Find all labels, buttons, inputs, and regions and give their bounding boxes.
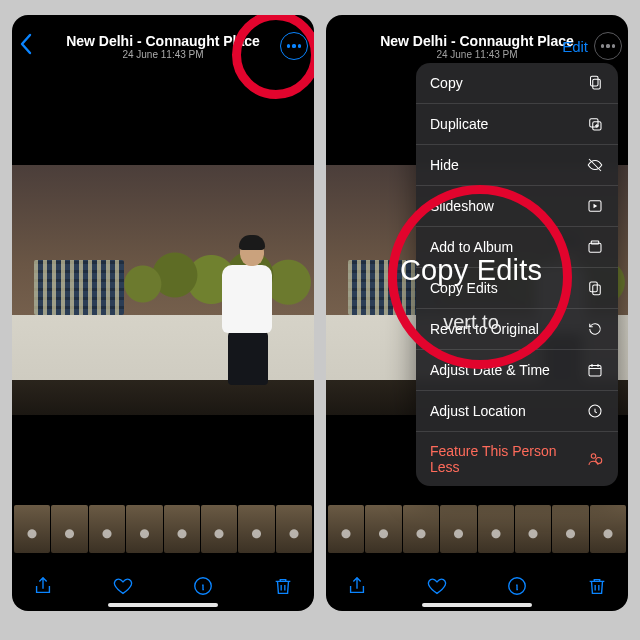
menu-item-label: Copy xyxy=(430,75,463,91)
annotation-zoom-text-secondary: vert to xyxy=(443,311,499,334)
ellipsis-icon xyxy=(287,44,301,47)
photo-content xyxy=(212,220,282,385)
location-icon xyxy=(586,402,604,420)
thumbnail[interactable] xyxy=(478,505,514,553)
heart-icon xyxy=(112,575,134,597)
menu-item-hide[interactable]: Hide xyxy=(416,145,618,186)
thumbnail[interactable] xyxy=(89,505,125,553)
trash-icon xyxy=(586,575,608,597)
person-less-icon xyxy=(586,450,604,468)
edit-button[interactable]: Edit xyxy=(562,38,588,55)
copy-icon xyxy=(586,74,604,92)
nav-title: New Delhi - Connaught Place 24 June 11:4… xyxy=(66,33,260,61)
info-icon xyxy=(506,575,528,597)
more-button[interactable] xyxy=(594,32,622,60)
thumbnail[interactable] xyxy=(51,505,87,553)
svg-rect-8 xyxy=(591,241,599,244)
back-button[interactable] xyxy=(18,33,36,55)
thumbnail[interactable] xyxy=(164,505,200,553)
menu-item-adjust-location[interactable]: Adjust Location xyxy=(416,391,618,432)
calendar-icon xyxy=(586,361,604,379)
svg-point-14 xyxy=(596,458,602,464)
info-button[interactable] xyxy=(506,575,528,597)
device-notch xyxy=(418,15,536,35)
photo-viewer[interactable] xyxy=(12,165,314,415)
nav-title: New Delhi - Connaught Place 24 June 11:4… xyxy=(380,33,574,61)
thumbnail[interactable] xyxy=(126,505,162,553)
thumbnail[interactable] xyxy=(276,505,312,553)
thumbnail[interactable] xyxy=(14,505,50,553)
revert-icon xyxy=(586,320,604,338)
menu-item-copy[interactable]: Copy xyxy=(416,63,618,104)
svg-point-13 xyxy=(591,454,596,459)
menu-item-label: Adjust Date & Time xyxy=(430,362,550,378)
thumbnail[interactable] xyxy=(238,505,274,553)
svg-rect-3 xyxy=(593,79,601,89)
favorite-button[interactable] xyxy=(112,575,134,597)
ellipsis-icon xyxy=(601,44,615,47)
svg-rect-10 xyxy=(593,285,601,295)
thumbnail-strip[interactable] xyxy=(12,505,314,553)
slideshow-icon xyxy=(586,197,604,215)
menu-item-label: Hide xyxy=(430,157,459,173)
nav-title-text: New Delhi - Connaught Place xyxy=(380,33,574,49)
nav-subtitle-text: 24 June 11:43 PM xyxy=(436,49,517,61)
menu-item-label: Adjust Location xyxy=(430,403,526,419)
share-button[interactable] xyxy=(32,575,54,597)
annotation-zoom: Copy Edits vert to xyxy=(398,200,544,340)
svg-rect-9 xyxy=(590,282,598,292)
delete-button[interactable] xyxy=(272,575,294,597)
menu-item-label: Duplicate xyxy=(430,116,488,132)
svg-rect-2 xyxy=(591,76,599,86)
annotation-zoom-text: Copy Edits xyxy=(400,254,542,287)
share-icon xyxy=(346,575,368,597)
thumbnail[interactable] xyxy=(403,505,439,553)
phone-screenshot-left: New Delhi - Connaught Place 24 June 11:4… xyxy=(12,15,314,611)
nav-subtitle-text: 24 June 11:43 PM xyxy=(122,49,203,61)
menu-item-label: Feature This Person Less xyxy=(430,443,586,475)
share-button[interactable] xyxy=(346,575,368,597)
duplicate-icon xyxy=(586,115,604,133)
svg-rect-7 xyxy=(589,243,601,252)
thumbnail[interactable] xyxy=(590,505,626,553)
album-icon xyxy=(586,238,604,256)
device-notch xyxy=(104,15,222,35)
thumbnail-strip[interactable] xyxy=(326,505,628,553)
home-indicator[interactable] xyxy=(108,603,218,607)
favorite-button[interactable] xyxy=(426,575,448,597)
photo-content xyxy=(12,380,314,415)
more-button[interactable] xyxy=(280,32,308,60)
svg-rect-11 xyxy=(589,366,601,377)
menu-item-adjust-date[interactable]: Adjust Date & Time xyxy=(416,350,618,391)
thumbnail[interactable] xyxy=(440,505,476,553)
nav-title-text: New Delhi - Connaught Place xyxy=(66,33,260,49)
menu-item-duplicate[interactable]: Duplicate xyxy=(416,104,618,145)
heart-icon xyxy=(426,575,448,597)
delete-button[interactable] xyxy=(586,575,608,597)
phone-screenshot-right: New Delhi - Connaught Place 24 June 11:4… xyxy=(326,15,628,611)
menu-item-feature-less[interactable]: Feature This Person Less xyxy=(416,432,618,486)
home-indicator[interactable] xyxy=(422,603,532,607)
info-button[interactable] xyxy=(192,575,214,597)
share-icon xyxy=(32,575,54,597)
thumbnail[interactable] xyxy=(365,505,401,553)
trash-icon xyxy=(272,575,294,597)
thumbnail[interactable] xyxy=(552,505,588,553)
thumbnail[interactable] xyxy=(201,505,237,553)
chevron-left-icon xyxy=(18,33,36,55)
hide-icon xyxy=(586,156,604,174)
copy-edits-icon xyxy=(586,279,604,297)
thumbnail[interactable] xyxy=(515,505,551,553)
thumbnail[interactable] xyxy=(328,505,364,553)
info-icon xyxy=(192,575,214,597)
